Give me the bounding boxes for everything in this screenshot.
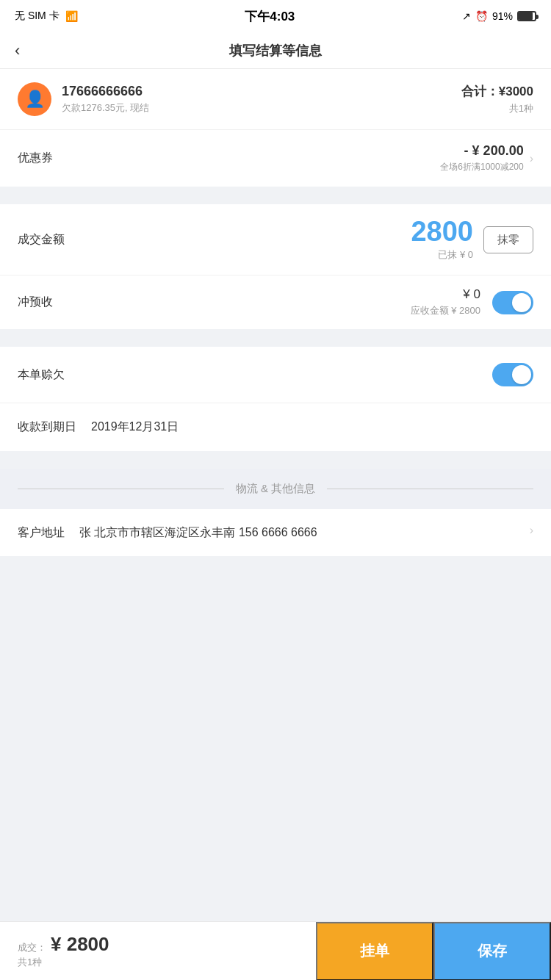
bottom-summary-count: 共1种 <box>18 956 298 969</box>
avatar: 👤 <box>18 82 51 116</box>
customer-section: 👤 17666666666 欠款1276.35元, 现结 合计：¥3000 共1… <box>0 69 551 187</box>
precollect-row: 冲预收 ¥ 0 应收金额 ¥ 2800 <box>0 275 551 329</box>
address-section: 客户地址 张 北京市市辖区海淀区永丰南 156 6666 6666 › <box>0 509 551 556</box>
bottom-summary-amount: ¥ 2800 <box>51 933 109 956</box>
customer-row: 👤 17666666666 欠款1276.35元, 现结 合计：¥3000 共1… <box>0 69 551 130</box>
battery-text: 91% <box>492 10 513 22</box>
coupon-row[interactable]: 优惠券 - ¥ 200.00 全场6折满1000减200 › <box>0 130 551 187</box>
deal-label: 成交金额 <box>18 232 65 248</box>
precollect-amount: ¥ 0 <box>411 287 480 302</box>
no-sim-text: 无 SIM 卡 <box>15 10 60 23</box>
status-left: 无 SIM 卡 📶 <box>15 10 78 23</box>
due-date-label: 收款到期日 <box>18 419 76 435</box>
main-content: 👤 17666666666 欠款1276.35元, 现结 合计：¥3000 共1… <box>0 69 551 771</box>
bottom-fill <box>0 565 551 697</box>
precollect-amount-wrap: ¥ 0 应收金额 ¥ 2800 <box>411 287 480 317</box>
precollect-right: ¥ 0 应收金额 ¥ 2800 <box>411 287 533 317</box>
address-text: 张 北京市市辖区海淀区永丰南 156 6666 6666 <box>79 524 530 541</box>
save-button[interactable]: 保存 <box>433 922 551 981</box>
deal-amount-row: 成交金额 2800 已抹 ¥ 0 抹零 <box>0 204 551 275</box>
deal-section: 成交金额 2800 已抹 ¥ 0 抹零 冲预收 ¥ 0 应收金额 ¥ 2800 <box>0 204 551 329</box>
customer-sub: 欠款1276.35元, 现结 <box>62 101 149 115</box>
bottom-summary: 成交： ¥ 2800 共1种 <box>0 933 316 969</box>
address-row[interactable]: 客户地址 张 北京市市辖区海淀区永丰南 156 6666 6666 › <box>0 509 551 556</box>
page-title: 填写结算等信息 <box>229 42 322 60</box>
round-down-button[interactable]: 抹零 <box>483 226 533 253</box>
customer-info: 17666666666 欠款1276.35元, 现结 <box>62 84 149 115</box>
coupon-chevron-icon: › <box>530 152 533 165</box>
divider-1 <box>0 195 551 204</box>
bottom-bar: 成交： ¥ 2800 共1种 挂单 保存 <box>0 921 551 980</box>
debt-toggle[interactable] <box>492 363 533 386</box>
due-date-value: 2019年12月31日 <box>91 419 179 435</box>
debt-row: 本单赊欠 <box>0 347 551 403</box>
sep-line-left <box>18 489 224 489</box>
debt-toggle-knob <box>512 365 531 384</box>
customer-left: 👤 17666666666 欠款1276.35元, 现结 <box>18 82 149 116</box>
back-button[interactable]: ‹ <box>15 41 20 60</box>
logistics-separator: 物流 & 其他信息 <box>0 469 551 509</box>
coupon-discount: - ¥ 200.00 <box>440 143 523 159</box>
due-date-row: 收款到期日 2019年12月31日 <box>0 403 551 451</box>
status-bar: 无 SIM 卡 📶 下午4:03 ↗ ⏰ 91% <box>0 0 551 32</box>
divider-2 <box>0 338 551 347</box>
logistics-sep-text: 物流 & 其他信息 <box>236 482 315 496</box>
hold-order-button[interactable]: 挂单 <box>316 922 433 981</box>
coupon-right: - ¥ 200.00 全场6折满1000减200 › <box>440 143 533 173</box>
toggle-knob <box>512 293 531 312</box>
customer-right: 合计：¥3000 共1种 <box>461 83 533 115</box>
total-count: 共1种 <box>461 102 533 115</box>
bottom-summary-row: 成交： ¥ 2800 <box>18 933 298 956</box>
precollect-label: 冲预收 <box>18 295 53 310</box>
precollect-toggle[interactable] <box>492 291 533 314</box>
address-chevron-icon: › <box>530 524 533 537</box>
sep-line-right <box>327 489 533 489</box>
avatar-icon: 👤 <box>25 90 45 109</box>
deal-sub: 已抹 ¥ 0 <box>411 248 473 262</box>
address-label: 客户地址 <box>18 524 65 541</box>
nav-bar: ‹ 填写结算等信息 <box>0 32 551 69</box>
precollect-sub: 应收金额 ¥ 2800 <box>411 304 480 317</box>
wifi-icon: 📶 <box>65 10 78 22</box>
alarm-icon: ⏰ <box>475 10 488 22</box>
divider-3 <box>0 460 551 469</box>
deal-amount-value: 2800 <box>411 217 473 245</box>
location-icon: ↗ <box>462 10 471 22</box>
customer-phone: 17666666666 <box>62 84 149 99</box>
deal-right: 2800 已抹 ¥ 0 抹零 <box>411 217 533 262</box>
bottom-summary-label: 成交： <box>18 941 46 954</box>
coupon-label: 优惠券 <box>18 151 53 166</box>
debt-label: 本单赊欠 <box>18 367 65 383</box>
deal-amount-wrap: 2800 已抹 ¥ 0 <box>411 217 473 262</box>
address-right: › <box>530 524 533 537</box>
status-right: ↗ ⏰ 91% <box>462 10 536 22</box>
coupon-right-wrap: - ¥ 200.00 全场6折满1000减200 <box>440 143 523 173</box>
debt-section: 本单赊欠 收款到期日 2019年12月31日 <box>0 347 551 451</box>
battery-icon <box>517 11 536 21</box>
status-time: 下午4:03 <box>245 8 295 25</box>
coupon-desc: 全场6折满1000减200 <box>440 161 523 173</box>
total-amount: 合计：¥3000 <box>461 83 533 100</box>
